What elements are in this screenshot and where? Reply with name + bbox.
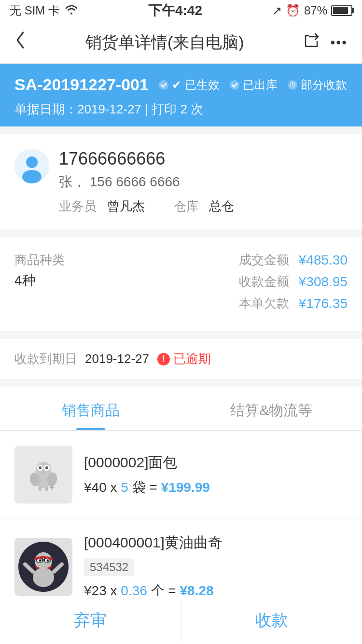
carrier-text: 无 SIM 卡 — [10, 3, 60, 18]
categories-label: 商品种类 — [14, 252, 181, 268]
customer-avatar — [14, 149, 49, 183]
product-name-1: [0000002]面包 — [84, 453, 348, 473]
nav-actions: ••• — [304, 33, 348, 52]
product-item: + [0000002]面包 ¥40 x 5 袋 = ¥199.99 — [0, 431, 362, 518]
svg-point-5 — [26, 156, 38, 168]
customer-meta: 业务员 曾凡杰 仓库 总仓 — [59, 198, 348, 215]
status-bar: 无 SIM 卡 下午4:42 ↗ ⏰ 87% — [0, 0, 362, 21]
more-icon[interactable]: ••• — [331, 35, 348, 50]
svg-point-25 — [33, 568, 54, 587]
svg-point-0 — [159, 80, 168, 90]
svg-text:⏱: ⏱ — [289, 81, 296, 89]
status-badge-partial: ⏱ 部分收款 — [287, 77, 347, 93]
transaction-row: 成交金额 ¥485.30 — [181, 252, 348, 268]
svg-point-1 — [230, 80, 239, 90]
tab-settlement[interactable]: 结算&物流等 — [181, 387, 362, 430]
svg-point-15 — [45, 466, 48, 469]
status-badge-shipped: 已出库 — [229, 77, 278, 93]
customer-info: 17666666666 张， 156 6666 6666 业务员 曾凡杰 仓库 … — [59, 149, 348, 215]
warehouse-value: 总仓 — [209, 199, 234, 213]
product-name-2: [000400001]黄油曲奇 — [84, 533, 348, 553]
customer-name-phone: 张， 156 6666 6666 — [59, 173, 348, 191]
svg-point-33 — [47, 559, 49, 561]
tab-products[interactable]: 销售商品 — [0, 387, 181, 430]
status-bar-time: 下午4:42 — [148, 1, 202, 20]
product-info-2: [000400001]黄油曲奇 534532 ¥23 x 0.36 个 = ¥8… — [84, 533, 348, 600]
salesperson-item: 业务员 曾凡杰 — [59, 198, 145, 215]
stats-section: 商品种类 4种 成交金额 ¥485.30 收款金额 ¥308.95 本单欠款 ¥… — [0, 237, 362, 331]
stats-right: 成交金额 ¥485.30 收款金额 ¥308.95 本单欠款 ¥176.35 — [181, 252, 348, 317]
product-info-1: [0000002]面包 ¥40 x 5 袋 = ¥199.99 — [84, 453, 348, 497]
transaction-amount: ¥485.30 — [299, 252, 348, 268]
nav-bar: 销货单详情(来自电脑) ••• — [0, 21, 362, 64]
salesperson-value: 曾凡杰 — [107, 199, 145, 213]
status-badge-effective: ✔ 已生效 — [158, 77, 220, 93]
order-date-info: 单据日期：2019-12-27 | 打印 2 次 — [14, 101, 348, 118]
tabs-bar: 销售商品 结算&物流等 — [0, 387, 362, 431]
product-image-placeholder-1: + — [14, 446, 72, 504]
warehouse-item: 仓库 总仓 — [174, 198, 235, 215]
order-number: SA-20191227-001 — [14, 75, 149, 94]
product-price-1: ¥40 x 5 袋 = ¥199.99 — [84, 478, 348, 497]
product-thumbnail-2 — [14, 538, 72, 596]
reject-button[interactable]: 弃审 — [0, 600, 181, 641]
header-banner: SA-20191227-001 ✔ 已生效 已出库 ⏱ 部分收款 单据日期：20… — [0, 64, 362, 126]
battery-icon — [331, 5, 352, 16]
product-total-1: ¥199.99 — [161, 480, 210, 495]
status-bar-left: 无 SIM 卡 — [10, 3, 78, 18]
wifi-icon — [65, 4, 78, 17]
bottom-bar: 弃审 收款 — [0, 596, 362, 644]
svg-point-14 — [39, 466, 42, 469]
debt-amount: ¥176.35 — [299, 296, 348, 311]
collect-button[interactable]: 收款 — [181, 600, 362, 641]
battery-percent: 87% — [304, 4, 327, 17]
categories-count: 4种 — [14, 271, 181, 290]
received-amount: ¥308.95 — [299, 274, 348, 290]
svg-point-6 — [22, 170, 42, 183]
product-thumbnail-1: + — [14, 446, 72, 504]
product-qty-1: 5 — [121, 480, 128, 495]
back-button[interactable] — [14, 30, 26, 54]
received-row: 收款金额 ¥308.95 — [181, 273, 348, 290]
overdue-badge: ! 已逾期 — [157, 350, 211, 367]
svg-text:+: + — [49, 482, 55, 492]
svg-point-32 — [39, 559, 42, 561]
stats-left: 商品种类 4种 — [14, 252, 181, 290]
page-title: 销货单详情(来自电脑) — [85, 31, 244, 54]
share-icon[interactable] — [304, 33, 319, 52]
location-icon: ↗ — [272, 4, 282, 17]
debt-row: 本单欠款 ¥176.35 — [181, 295, 348, 312]
svg-text:!: ! — [162, 354, 165, 364]
alarm-icon: ⏰ — [286, 4, 300, 17]
customer-section: 17666666666 张， 156 6666 6666 业务员 曾凡杰 仓库 … — [0, 134, 362, 229]
svg-rect-20 — [45, 487, 48, 491]
customer-id: 17666666666 — [59, 149, 348, 169]
svg-rect-19 — [39, 487, 42, 491]
status-bar-right: ↗ ⏰ 87% — [272, 4, 352, 17]
due-section: 收款到期日 2019-12-27 ! 已逾期 — [0, 339, 362, 379]
product-sku-2: 534532 — [84, 559, 134, 576]
